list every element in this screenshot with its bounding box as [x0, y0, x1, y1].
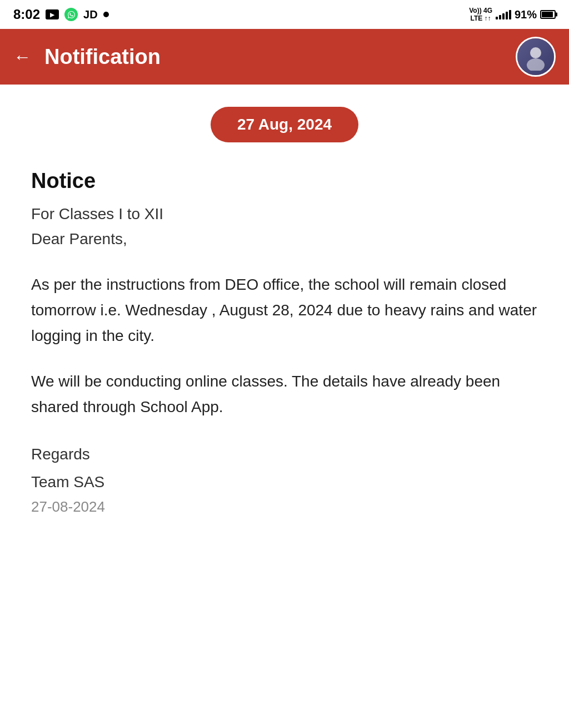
avatar-placeholder — [517, 38, 554, 75]
back-button[interactable]: ← — [13, 48, 31, 66]
notice-subtitle-line1: For Classes I to XII — [31, 205, 163, 222]
notice-footer-date: 27-08-2024 — [31, 498, 549, 516]
status-left: 8:02 JD — [13, 7, 109, 22]
regards-line1: Regards — [31, 440, 549, 468]
content-area: 27 Aug, 2024 🔊 Notice For Classes I to X… — [0, 85, 569, 549]
youtube-icon — [46, 9, 59, 19]
date-badge-container: 27 Aug, 2024 — [20, 107, 549, 142]
svg-point-0 — [530, 47, 541, 58]
dot-indicator — [103, 12, 109, 17]
lte-label: LTE ↑↑ — [471, 14, 491, 22]
avatar[interactable] — [516, 37, 556, 77]
notice-regards: Regards Team SAS — [31, 440, 549, 497]
status-right: Vo)) 4G LTE ↑↑ 91% — [469, 7, 556, 23]
notice-subtitle: For Classes I to XII Dear Parents, — [31, 202, 549, 252]
app-header: ← Notification — [0, 29, 569, 85]
jd-label: JD — [83, 8, 98, 21]
battery-icon — [540, 10, 556, 19]
time-display: 8:02 — [13, 7, 40, 22]
notice-title: Notice — [31, 169, 549, 193]
whatsapp-icon — [64, 8, 78, 21]
notice-subtitle-line2: Dear Parents, — [31, 230, 127, 247]
notice-paragraph-2: We will be conducting online classes. Th… — [31, 369, 549, 420]
signal-bars-icon — [496, 9, 511, 19]
status-bar: 8:02 JD Vo)) 4G LTE ↑↑ 91% — [0, 0, 569, 29]
page-title: Notification — [44, 45, 516, 69]
battery-percentage: 91% — [515, 8, 537, 21]
signal-info: Vo)) 4G LTE ↑↑ — [469, 7, 492, 23]
notice-body: 🔊 Notice For Classes I to XII Dear Paren… — [20, 169, 549, 516]
vol-label: Vo)) 4G — [469, 7, 492, 14]
notice-paragraph-1: As per the instructions from DEO office,… — [31, 272, 549, 349]
regards-line2: Team SAS — [31, 468, 549, 496]
date-badge: 27 Aug, 2024 — [211, 107, 358, 142]
svg-point-1 — [527, 58, 545, 71]
